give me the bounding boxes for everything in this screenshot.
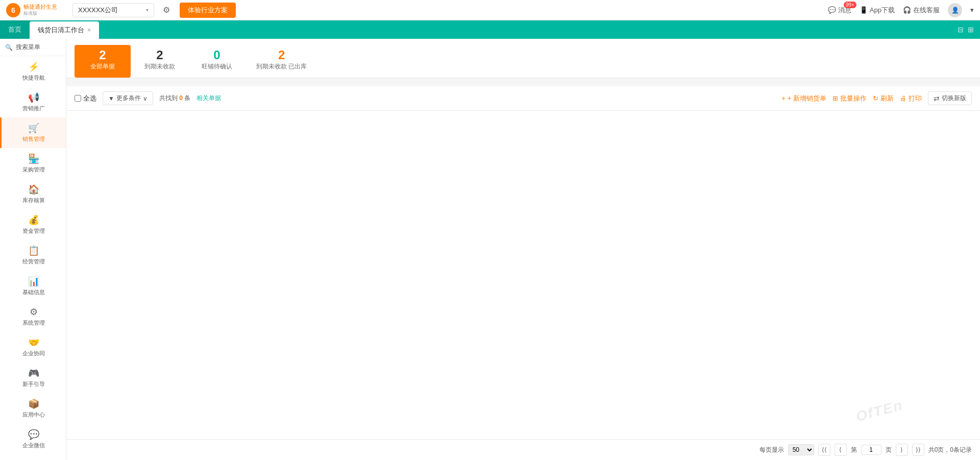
sidebar-item-label: 系统管理 bbox=[22, 319, 45, 327]
message-button[interactable]: 💬 消息 99+ bbox=[828, 6, 851, 15]
search-label: 搜索菜单 bbox=[16, 43, 40, 52]
first-page-button[interactable]: ⟨⟨ bbox=[818, 444, 830, 456]
stat-label-overdue: 到期未收款 bbox=[144, 62, 175, 71]
refresh-icon: ↻ bbox=[873, 94, 878, 102]
per-page-select[interactable]: 50 10 20 100 bbox=[788, 444, 814, 455]
stat-num-all: 2 bbox=[99, 48, 106, 62]
stat-tab-overdue[interactable]: 2 到期未收款 bbox=[132, 45, 188, 78]
logo-text: 畅捷通好生意 bbox=[23, 3, 57, 10]
app-download-button[interactable]: 📱 App下载 bbox=[860, 6, 895, 15]
sidebar-item-base-info[interactable]: 📊 基础信息 bbox=[0, 271, 66, 301]
filter-label: 更多条件 bbox=[116, 94, 141, 103]
online-service-label: 在线客服 bbox=[913, 6, 940, 15]
select-all-checkbox[interactable]: 全选 bbox=[75, 94, 96, 103]
quick-nav-icon: ⚡ bbox=[28, 61, 39, 72]
sidebar-item-label: 快捷导航 bbox=[22, 74, 45, 82]
app-center-icon: 📦 bbox=[28, 398, 39, 409]
filter-button[interactable]: ▼ 更多条件 ∨ bbox=[103, 91, 153, 105]
tab-active[interactable]: 钱货日清工作台 × bbox=[30, 21, 99, 39]
select-all-input[interactable] bbox=[75, 95, 81, 102]
switch-icon: ⇄ bbox=[934, 94, 940, 103]
stat-tab-pending[interactable]: 0 旺铺待确认 bbox=[189, 45, 245, 78]
content-area: 2 全部单据 2 到期未收款 0 旺铺待确认 2 到期未收款 已出库 全选 bbox=[66, 39, 980, 460]
online-service-button[interactable]: 🎧 在线客服 bbox=[903, 6, 940, 15]
add-sales-button[interactable]: + + 新增销货单 bbox=[781, 94, 826, 103]
purchase-icon: 🏪 bbox=[28, 153, 39, 164]
tab-bar-actions: ⊟ ⊞ bbox=[958, 26, 980, 34]
print-btn-label: 打印 bbox=[909, 94, 922, 103]
sidebar-item-purchase[interactable]: 🏪 采购管理 bbox=[0, 148, 66, 179]
stat-num-overdue: 2 bbox=[156, 48, 163, 62]
stat-num-pending: 0 bbox=[213, 48, 220, 62]
stat-tab-all[interactable]: 2 全部单据 bbox=[75, 45, 131, 78]
sidebar-item-label: 基础信息 bbox=[22, 288, 45, 296]
sidebar-item-label: 企业微信 bbox=[22, 442, 45, 449]
sidebar-search[interactable]: 🔍 搜索菜单 bbox=[0, 39, 66, 56]
pagination: 每页显示 50 10 20 100 ⟨⟨ ⟨ 第 页 ⟩ ⟩⟩ 共0页，0条记录 bbox=[66, 439, 980, 460]
page-input[interactable] bbox=[861, 445, 881, 455]
stat-num-overdue-shipped: 2 bbox=[278, 48, 285, 62]
sidebar-item-member[interactable]: ♛ 畅会员 bbox=[0, 454, 66, 460]
base-info-icon: 📊 bbox=[28, 276, 39, 287]
sidebar-item-enterprise[interactable]: 🤝 企业协同 bbox=[0, 332, 66, 362]
sidebar-item-capital[interactable]: 💰 资金管理 bbox=[0, 209, 66, 240]
message-badge: 99+ bbox=[844, 2, 856, 8]
tab-close-icon[interactable]: × bbox=[87, 27, 91, 34]
sidebar-item-guide[interactable]: 🎮 新手引导 bbox=[0, 362, 66, 393]
found-text: 共找到 0 条 bbox=[159, 94, 190, 103]
batch-btn-label: 批量操作 bbox=[840, 94, 867, 103]
operations-icon: 📋 bbox=[28, 245, 39, 256]
sidebar-item-quick-nav[interactable]: ⚡ 快捷导航 bbox=[0, 56, 66, 87]
print-button[interactable]: 🖨 打印 bbox=[900, 94, 922, 103]
filter-chevron: ∨ bbox=[143, 95, 148, 102]
sidebar-item-label: 企业协同 bbox=[22, 350, 45, 357]
sidebar-item-label: 应用中心 bbox=[22, 411, 45, 419]
settings-button[interactable]: ⚙ bbox=[158, 2, 175, 18]
search-icon: 🔍 bbox=[5, 44, 13, 51]
found-unit: 条 bbox=[184, 94, 190, 102]
next-page-button[interactable]: ⟩ bbox=[896, 444, 908, 456]
sidebar-item-label: 销售管理 bbox=[22, 135, 45, 143]
phone-icon: 📱 bbox=[860, 6, 868, 14]
tab-home[interactable]: 首页 bbox=[0, 20, 30, 39]
sidebar-item-operations[interactable]: 📋 经营管理 bbox=[0, 240, 66, 271]
sidebar-item-label: 库存核算 bbox=[22, 197, 45, 204]
switch-version-button[interactable]: ⇄ 切换新版 bbox=[928, 91, 972, 105]
user-menu[interactable]: ▾ bbox=[970, 6, 974, 14]
headset-icon: 🎧 bbox=[903, 6, 911, 14]
refresh-button[interactable]: ↻ 刷新 bbox=[873, 94, 894, 103]
experience-button[interactable]: 体验行业方案 bbox=[180, 3, 236, 18]
logo-area: 6 畅捷通好生意 标准版 bbox=[6, 3, 72, 17]
select-all-label: 全选 bbox=[83, 94, 96, 103]
stat-tab-overdue-shipped[interactable]: 2 到期未收款 已出库 bbox=[246, 45, 317, 78]
last-page-button[interactable]: ⟩⟩ bbox=[912, 444, 924, 456]
maximize-icon[interactable]: ⊞ bbox=[968, 26, 974, 34]
per-page-label: 每页显示 bbox=[760, 446, 784, 454]
prev-page-button[interactable]: ⟨ bbox=[835, 444, 847, 456]
sidebar-item-sales[interactable]: 🛒 销售管理 bbox=[0, 117, 66, 148]
sidebar-item-marketing[interactable]: 📢 营销推广 bbox=[0, 87, 66, 117]
batch-operation-button[interactable]: ⊞ 批量操作 bbox=[832, 94, 867, 103]
company-selector[interactable]: XXXXXX公司 ▾ bbox=[72, 3, 154, 17]
sidebar-item-inventory[interactable]: 🏠 库存核算 bbox=[0, 179, 66, 209]
stat-label-pending: 旺铺待确认 bbox=[202, 62, 232, 71]
main-layout: 🔍 搜索菜单 ⚡ 快捷导航 📢 营销推广 🛒 销售管理 🏪 采购管理 🏠 库存核… bbox=[0, 39, 980, 460]
sidebar-item-label: 经营管理 bbox=[22, 258, 45, 265]
avatar[interactable]: 👤 bbox=[948, 3, 962, 17]
top-bar: 6 畅捷通好生意 标准版 XXXXXX公司 ▾ ⚙ 体验行业方案 💬 消息 99… bbox=[0, 0, 980, 20]
stat-label-overdue-shipped: 到期未收款 已出库 bbox=[256, 62, 307, 71]
batch-icon: ⊞ bbox=[832, 94, 838, 102]
found-prefix: 共找到 bbox=[159, 94, 178, 102]
weixin-icon: 💬 bbox=[28, 429, 39, 440]
tab-bar: 首页 钱货日清工作台 × ⊟ ⊞ bbox=[0, 20, 980, 39]
filter-icon: ▼ bbox=[108, 95, 114, 102]
sidebar-item-app-center[interactable]: 📦 应用中心 bbox=[0, 393, 66, 424]
minimize-icon[interactable]: ⊟ bbox=[958, 26, 964, 34]
system-icon: ⚙ bbox=[30, 306, 38, 318]
sidebar-item-weixin[interactable]: 💬 企业微信 bbox=[0, 424, 66, 454]
logo-badge: 标准版 bbox=[23, 10, 57, 17]
section-divider bbox=[66, 78, 980, 82]
related-link[interactable]: 相关单据 bbox=[197, 94, 221, 103]
refresh-btn-label: 刷新 bbox=[880, 94, 894, 103]
sidebar-item-system[interactable]: ⚙ 系统管理 bbox=[0, 301, 66, 332]
